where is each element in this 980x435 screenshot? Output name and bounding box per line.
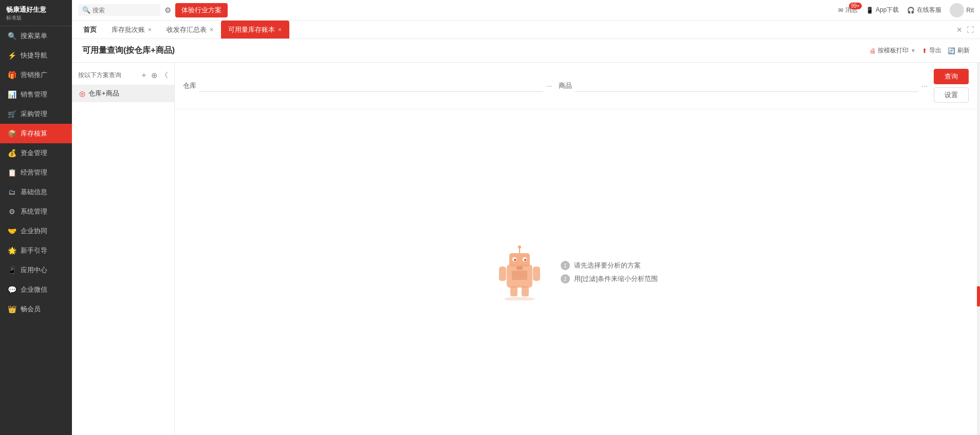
sidebar-item-member[interactable]: 👑 畅会员 bbox=[0, 299, 72, 319]
export-button[interactable]: ⬆ 导出 bbox=[922, 46, 941, 55]
sidebar-item-enterprise[interactable]: 🤝 企业协同 bbox=[0, 221, 72, 241]
warehouse-more-icon[interactable]: ··· bbox=[546, 82, 552, 90]
right-scrollbar[interactable] bbox=[977, 63, 980, 435]
product-label: 商品 bbox=[559, 81, 572, 90]
phone-icon: 📱 bbox=[7, 266, 16, 274]
query-button[interactable]: 查询 bbox=[934, 69, 969, 84]
tab-label: 库存批次账 bbox=[112, 25, 145, 34]
sidebar-item-shortcut[interactable]: ⚡ 快捷导航 bbox=[0, 46, 72, 65]
sidebar-item-label: 快捷导航 bbox=[21, 51, 47, 60]
tab-label: 首页 bbox=[83, 25, 97, 34]
message-icon: ✉ bbox=[838, 7, 843, 14]
expand-icon[interactable]: ⛶ bbox=[967, 26, 974, 34]
user-avatar[interactable]: Rit bbox=[950, 3, 974, 17]
settings-scheme-icon[interactable]: ⊕ bbox=[151, 71, 158, 80]
cart-icon: 🛒 bbox=[7, 110, 16, 118]
svg-rect-12 bbox=[510, 286, 517, 296]
sidebar-item-marketing[interactable]: 🎁 营销推广 bbox=[0, 65, 72, 85]
online-service-item[interactable]: 🎧 在线客服 bbox=[907, 6, 941, 14]
tab-batch-ledger[interactable]: 库存批次账 × bbox=[104, 21, 159, 39]
search-input[interactable] bbox=[93, 7, 144, 14]
product-more-icon[interactable]: ··· bbox=[921, 82, 928, 90]
sidebar-item-operation[interactable]: 📋 经营管理 bbox=[0, 163, 72, 182]
collapse-icon[interactable]: 《 bbox=[161, 71, 168, 80]
tip-number-2: 2 bbox=[561, 274, 570, 283]
empty-tip-2: 2 用[过滤]条件来缩小分析范围 bbox=[561, 274, 658, 283]
tip-text-1: 请先选择要分析的方案 bbox=[574, 261, 641, 270]
filter-scheme-warehouse-product[interactable]: ◎ 仓库+商品 bbox=[72, 85, 174, 102]
empty-tips: 1 请先选择要分析的方案 2 用[过滤]条件来缩小分析范围 bbox=[561, 261, 658, 283]
clipboard-icon: 📋 bbox=[7, 168, 16, 177]
main-content: 🔍 ⚙ 体验行业方案 ✉ 消息 99+ 📱 App下载 🎧 在线客服 Rit bbox=[72, 0, 980, 435]
print-button[interactable]: 🖨 按模板打印 ▼ bbox=[870, 46, 916, 55]
trial-button[interactable]: 体验行业方案 bbox=[175, 3, 228, 17]
sidebar-item-label: 搜索菜单 bbox=[21, 31, 47, 41]
sidebar-item-inventory[interactable]: 📦 库存核算 bbox=[0, 124, 72, 143]
sidebar-item-basic[interactable]: 🗂 基础信息 bbox=[0, 182, 72, 202]
sidebar-item-label: 新手引导 bbox=[21, 246, 47, 255]
folder-icon: 🗂 bbox=[7, 188, 16, 196]
svg-point-7 bbox=[518, 245, 521, 249]
close-icon[interactable]: × bbox=[278, 26, 282, 33]
export-label: 导出 bbox=[929, 46, 941, 55]
close-icon[interactable]: × bbox=[148, 26, 152, 33]
phone-icon: 📱 bbox=[866, 7, 874, 14]
sidebar-item-sales[interactable]: 📊 销售管理 bbox=[0, 85, 72, 104]
app-download-item[interactable]: 📱 App下载 bbox=[866, 6, 899, 14]
query-fields-row: 仓库 ··· 商品 ··· 查询 设置 bbox=[175, 63, 977, 109]
sidebar-item-appstore[interactable]: 📱 应用中心 bbox=[0, 260, 72, 280]
svg-rect-10 bbox=[499, 267, 506, 281]
page-title: 可用量查询(按仓库+商品) bbox=[82, 45, 175, 56]
topbar: 🔍 ⚙ 体验行业方案 ✉ 消息 99+ 📱 App下载 🎧 在线客服 Rit bbox=[72, 0, 980, 21]
topbar-search-box[interactable]: 🔍 bbox=[78, 4, 160, 16]
sidebar-item-purchase[interactable]: 🛒 采购管理 bbox=[0, 104, 72, 124]
tab-label: 收发存汇总表 bbox=[167, 25, 207, 34]
sidebar-item-finance[interactable]: 💰 资金管理 bbox=[0, 143, 72, 163]
refresh-button[interactable]: 🔄 刷新 bbox=[948, 46, 970, 55]
close-icon[interactable]: × bbox=[210, 26, 213, 33]
sidebar-item-newbie[interactable]: 🌟 新手引导 bbox=[0, 241, 72, 260]
tabbar: 首页 库存批次账 × 收发存汇总表 × 可用量库存账本 × ✕ ⛶ bbox=[72, 21, 980, 39]
sidebar-item-search[interactable]: 🔍 搜索菜单 bbox=[0, 26, 72, 46]
empty-illustration bbox=[494, 244, 545, 300]
query-panel: 仓库 ··· 商品 ··· 查询 设置 bbox=[175, 63, 977, 435]
handshake-icon: 🤝 bbox=[7, 227, 16, 235]
tab-home[interactable]: 首页 bbox=[76, 21, 104, 39]
svg-rect-13 bbox=[522, 286, 529, 296]
warehouse-input[interactable] bbox=[199, 80, 543, 92]
print-label: 按模板打印 bbox=[878, 46, 909, 55]
sidebar-item-label: 系统管理 bbox=[21, 207, 47, 216]
product-field: 商品 ··· bbox=[559, 80, 928, 92]
message-item[interactable]: ✉ 消息 99+ bbox=[838, 6, 858, 14]
sidebar-item-label: 经营管理 bbox=[21, 168, 47, 177]
close-all-icon[interactable]: ✕ bbox=[956, 26, 963, 34]
svg-point-14 bbox=[504, 297, 535, 300]
svg-point-5 bbox=[524, 259, 526, 261]
filter-header-label: 按以下方案查询 bbox=[78, 71, 121, 80]
tab-collection-summary[interactable]: 收发存汇总表 × bbox=[159, 21, 221, 39]
empty-tip-1: 1 请先选择要分析的方案 bbox=[561, 261, 658, 270]
add-scheme-icon[interactable]: ＋ bbox=[140, 70, 148, 81]
filter-header-actions: ＋ ⊕ 《 bbox=[140, 70, 168, 81]
sidebar-item-wechat[interactable]: 💬 企业微信 bbox=[0, 280, 72, 299]
page-header: 可用量查询(按仓库+商品) 🖨 按模板打印 ▼ ⬆ 导出 🔄 刷新 bbox=[72, 39, 980, 63]
settings-icon[interactable]: ⚙ bbox=[164, 6, 171, 15]
empty-state: 1 请先选择要分析的方案 2 用[过滤]条件来缩小分析范围 bbox=[175, 109, 977, 435]
svg-rect-8 bbox=[516, 267, 523, 270]
avatar bbox=[950, 3, 964, 17]
online-service-label: 在线客服 bbox=[917, 6, 941, 14]
product-input[interactable] bbox=[575, 80, 919, 92]
sidebar-item-system[interactable]: ⚙ 系统管理 bbox=[0, 202, 72, 221]
content-area: 按以下方案查询 ＋ ⊕ 《 ◎ 仓库+商品 仓库 ··· bbox=[72, 63, 980, 435]
sidebar-logo: 畅康通好生意 标准版 bbox=[0, 0, 72, 26]
sidebar-item-label: 基础信息 bbox=[21, 187, 47, 197]
search-icon: 🔍 bbox=[7, 32, 16, 40]
filter-panel: 按以下方案查询 ＋ ⊕ 《 ◎ 仓库+商品 bbox=[72, 63, 175, 435]
star-icon: 🌟 bbox=[7, 247, 16, 255]
sidebar-item-label: 畅会员 bbox=[21, 305, 41, 314]
tab-available-ledger[interactable]: 可用量库存账本 × bbox=[221, 21, 289, 39]
username: Rit bbox=[966, 7, 974, 14]
settings-button[interactable]: 设置 bbox=[934, 87, 969, 103]
scrollbar-thumb bbox=[977, 286, 980, 307]
filter-header: 按以下方案查询 ＋ ⊕ 《 bbox=[72, 68, 174, 85]
